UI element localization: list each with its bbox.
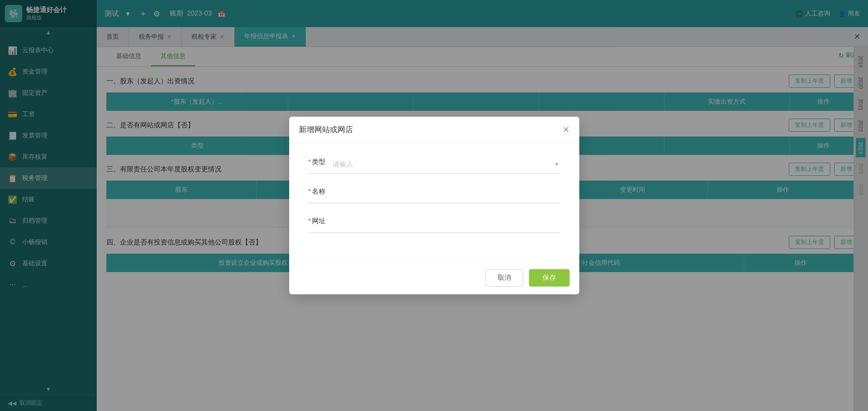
type-required-mark: * bbox=[309, 158, 311, 166]
name-label: *名称 bbox=[309, 187, 325, 196]
modal-title: 新增网站或网店 bbox=[299, 125, 353, 135]
modal-add-website: 新增网站或网店 ✕ *类型 ▼ *名称 bbox=[289, 117, 579, 294]
type-input[interactable] bbox=[333, 160, 553, 168]
type-input-row: *类型 ▼ bbox=[309, 158, 560, 174]
form-row-url: *网址 bbox=[309, 217, 560, 233]
name-input[interactable] bbox=[333, 190, 559, 198]
type-dropdown-icon[interactable]: ▼ bbox=[554, 161, 560, 168]
form-row-name: *名称 bbox=[309, 187, 560, 203]
url-label: *网址 bbox=[309, 217, 325, 226]
form-row-type: *类型 ▼ bbox=[309, 158, 560, 174]
url-input-row: *网址 bbox=[309, 217, 560, 233]
name-input-row: *名称 bbox=[309, 187, 560, 203]
modal-body: *类型 ▼ *名称 bbox=[289, 143, 579, 261]
save-button[interactable]: 保存 bbox=[529, 269, 570, 287]
modal-footer: 取消 保存 bbox=[289, 261, 579, 294]
modal-header: 新增网站或网店 ✕ bbox=[289, 117, 579, 143]
modal-overlay[interactable]: 新增网站或网店 ✕ *类型 ▼ *名称 bbox=[0, 0, 868, 411]
type-label: *类型 bbox=[309, 158, 325, 167]
url-input[interactable] bbox=[333, 219, 559, 227]
cancel-button[interactable]: 取消 bbox=[485, 269, 523, 287]
url-required-mark: * bbox=[309, 217, 311, 225]
modal-close-button[interactable]: ✕ bbox=[562, 124, 570, 135]
name-required-mark: * bbox=[309, 187, 311, 195]
